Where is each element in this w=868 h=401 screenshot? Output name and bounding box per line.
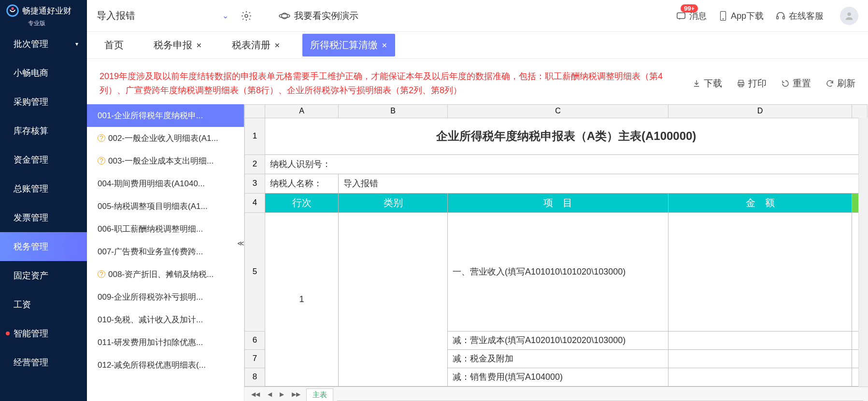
sidebar-item-operate[interactable]: 经营管理 (0, 348, 87, 377)
close-icon[interactable]: ✕ (274, 41, 280, 49)
sheet-nav-first[interactable]: ◀◀ (249, 390, 262, 399)
row-head[interactable]: 6 (245, 331, 265, 349)
tree-item[interactable]: 009-企业所得税弥补亏损明... (87, 286, 244, 308)
col-head-E[interactable] (852, 104, 868, 118)
tree-item[interactable]: ?008-资产折旧、摊销及纳税... (87, 263, 244, 286)
tree-item-label: 005-纳税调整项目明细表(A1... (98, 201, 208, 212)
cell[interactable] (339, 212, 448, 386)
tree-item-label: 010-免税、减计收入及加计... (98, 314, 203, 325)
tree-item[interactable]: 010-免税、减计收入及加计... (87, 308, 244, 331)
tree-item[interactable]: 005-纳税调整项目明细表(A1... (87, 195, 244, 218)
entity-selector[interactable]: 导入报错 ⌄ (97, 9, 228, 22)
sidebar-item-tax[interactable]: 税务管理 (0, 232, 87, 261)
cell[interactable]: 纳税人识别号： (265, 154, 868, 174)
col-head-C[interactable]: C (448, 104, 669, 118)
header-cell[interactable]: 行次 (265, 193, 339, 212)
col-head-A[interactable]: A (265, 104, 339, 118)
close-icon[interactable]: ✕ (382, 41, 387, 49)
tree-item-label: 007-广告费和业务宣传费跨... (98, 246, 203, 257)
sidebar-item-inventory[interactable]: 库存核算 (0, 116, 87, 145)
tree-item-label: 004-期间费用明细表(A1040... (98, 178, 205, 189)
sheet-nav-next[interactable]: ▶ (278, 390, 286, 399)
service-button[interactable]: 在线客服 (775, 10, 824, 22)
vertical-scrollbar[interactable] (858, 118, 868, 387)
tab-label: 税表清册 (232, 39, 270, 52)
tree-item[interactable]: 001-企业所得税年度纳税申... (87, 104, 244, 127)
tree-item[interactable]: 006-职工薪酬纳税调整明细... (87, 218, 244, 240)
tab[interactable]: 首页 (97, 34, 131, 56)
sheet-tab[interactable]: 主表 (306, 388, 333, 401)
help-icon: ? (98, 270, 105, 278)
print-button[interactable]: 打印 (737, 77, 767, 90)
tree-item[interactable]: 007-广告费和业务宣传费跨... (87, 240, 244, 263)
demo-link[interactable]: 我要看实例演示 (279, 10, 358, 22)
topbar: 导入报错 ⌄ 我要看实例演示 99+ 消息 App下载 在线客服 (87, 0, 868, 32)
tab[interactable]: 税表清册✕ (224, 34, 288, 56)
collapse-panel-button[interactable]: ≪ (237, 239, 244, 247)
grid-corner[interactable] (245, 104, 265, 118)
sheet-title[interactable]: 企业所得税年度纳税申报表（A类）主表(A100000) (265, 118, 868, 154)
svg-rect-8 (777, 16, 779, 18)
refresh-button[interactable]: 刷新 (825, 77, 855, 90)
cell[interactable]: 1 (265, 212, 339, 386)
chevron-down-icon: ⌄ (222, 11, 228, 20)
sidebar-item-salary[interactable]: 工资 (0, 290, 87, 319)
tree-item[interactable]: 012-减免所得税优惠明细表(... (87, 354, 244, 376)
row-head[interactable]: 7 (245, 349, 265, 368)
brand-name: 畅捷通好业财 (22, 5, 71, 16)
header-cell[interactable]: 金 额 (669, 193, 852, 212)
sidebar-item-invoice[interactable]: 发票管理 (0, 203, 87, 232)
sidebar-item-purchase[interactable]: 采购管理 (0, 87, 87, 116)
grid-scroll[interactable]: A B C D 1 企业所得税年度纳税申报表（A类）主表(A100000) 2 … (244, 104, 868, 387)
user-avatar[interactable] (840, 7, 858, 25)
row-head[interactable]: 5 (245, 212, 265, 331)
row-head[interactable]: 4 (245, 193, 265, 212)
tab[interactable]: 税务申报✕ (146, 34, 210, 56)
tab-label: 所得税汇算清缴 (310, 39, 378, 52)
sidebar-item-smart[interactable]: 智能管理 (0, 319, 87, 348)
tree-item[interactable]: 004-期间费用明细表(A1040... (87, 172, 244, 195)
sidebar-item-ledger[interactable]: 总账管理 (0, 174, 87, 203)
brand-edition: 专业版 (0, 19, 87, 29)
row-head[interactable]: 3 (245, 174, 265, 193)
tree-item[interactable]: ?003-一般企业成本支出明细... (87, 150, 244, 172)
sidebar-item-label: 经营管理 (14, 358, 48, 367)
close-icon[interactable]: ✕ (196, 41, 202, 49)
tree-item[interactable]: ?002-一般企业收入明细表(A1... (87, 127, 244, 150)
sidebar-item-shop[interactable]: 小畅电商 (0, 58, 87, 87)
download-button[interactable]: 下载 (692, 77, 722, 90)
cell[interactable]: 减：销售费用(填写A104000) (448, 368, 669, 386)
cell[interactable] (669, 212, 852, 331)
col-head-D[interactable]: D (669, 104, 852, 118)
notify-dot-icon (6, 332, 10, 335)
row-head[interactable]: 2 (245, 154, 265, 174)
message-button[interactable]: 99+ 消息 (676, 10, 707, 22)
app-download-button[interactable]: App下载 (718, 10, 764, 22)
cell[interactable]: 减：营业成本(填写A102010\102020\103000) (448, 331, 669, 349)
header-cell[interactable]: 类别 (339, 193, 448, 212)
settings-button[interactable] (238, 8, 255, 24)
cell[interactable]: 减：税金及附加 (448, 349, 669, 368)
cell[interactable] (669, 331, 852, 349)
sheet-nav-last[interactable]: ▶▶ (290, 390, 302, 399)
reset-button[interactable]: 重置 (781, 77, 811, 90)
cell[interactable]: 纳税人名称： (265, 174, 339, 193)
sidebar-item-batch[interactable]: 批次管理▾ (0, 29, 87, 58)
tree-item[interactable]: 011-研发费用加计扣除优惠... (87, 331, 244, 354)
svg-rect-5 (677, 13, 685, 18)
sidebar-item-asset[interactable]: 固定资产 (0, 261, 87, 290)
sheet-nav-prev[interactable]: ◀ (266, 390, 274, 399)
cell[interactable]: 导入报错 (339, 174, 868, 193)
cell[interactable] (669, 349, 852, 368)
sidebar-item-label: 固定资产 (14, 271, 48, 280)
cell[interactable] (669, 368, 852, 386)
row-head[interactable]: 1 (245, 118, 265, 154)
sheet-tab-bar: ◀◀ ◀ ▶ ▶▶ 主表 (244, 387, 868, 401)
tab[interactable]: 所得税汇算清缴✕ (302, 34, 395, 56)
svg-point-10 (847, 12, 851, 15)
header-cell[interactable]: 项 目 (448, 193, 669, 212)
sidebar-item-fund[interactable]: 资金管理 (0, 145, 87, 174)
cell[interactable]: 一、营业收入(填写A101010\101020\103000) (448, 212, 669, 331)
row-head[interactable]: 8 (245, 368, 265, 386)
col-head-B[interactable]: B (339, 104, 448, 118)
